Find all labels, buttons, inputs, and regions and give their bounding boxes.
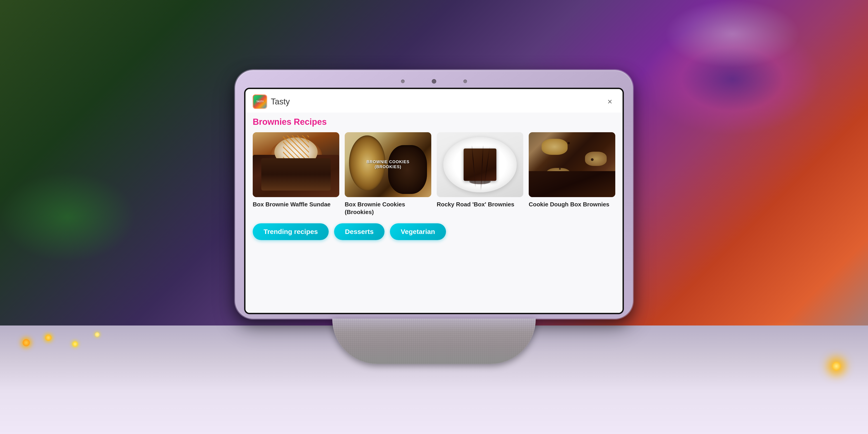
- recipe-image-brookies: BROWNIE COOKIES(BROOKIES): [345, 132, 431, 197]
- dough-chunk-1: [541, 139, 567, 155]
- trending-recipes-button[interactable]: Trending recipes: [253, 223, 329, 240]
- speaker-base: [332, 319, 536, 364]
- recipe-cards-row: Box Brownie Waffle Sundae BROWNIE COOKIE…: [253, 132, 615, 216]
- recipe-card-brookies[interactable]: BROWNIE COOKIES(BROOKIES) Box Brownie Co…: [345, 132, 431, 216]
- bg-light-top-right: [664, 0, 800, 68]
- screen-bezel: TASTY Tasty × Brownies Recipes: [244, 88, 624, 314]
- recipe-card-rocky-road[interactable]: Rocky Road 'Box' Brownies: [437, 132, 523, 216]
- brookies-overlay-text: BROWNIE COOKIES(BROOKIES): [366, 160, 409, 169]
- recipe-title-brownie-waffle: Box Brownie Waffle Sundae: [253, 201, 339, 209]
- bg-glow-left: [0, 172, 135, 262]
- recipe-image-brownie-waffle: [253, 132, 339, 197]
- fairy-light-1: [23, 339, 30, 346]
- logo-text: TASTY: [256, 100, 264, 103]
- rocky-brownie-block: [464, 149, 497, 181]
- caramel-drizzle: [283, 135, 309, 168]
- choc-chip-2: [559, 168, 561, 170]
- app-header: TASTY Tasty ×: [246, 89, 622, 113]
- choc-chip-3: [591, 158, 594, 161]
- app-content: Brownies Recipes Box Brownie Waffle Su: [246, 113, 622, 313]
- fairy-light-3: [72, 341, 78, 347]
- camera-row: [244, 79, 624, 84]
- recipe-title-brookies: Box Brownie Cookies (Brookies): [345, 201, 431, 216]
- category-buttons: Trending recipes Desserts Vegetarian: [253, 223, 615, 240]
- choc-chip-1: [567, 142, 570, 144]
- waffle-base: [253, 155, 339, 197]
- close-button[interactable]: ×: [604, 96, 615, 107]
- camera-dot-left: [401, 80, 405, 83]
- recipe-image-rocky-road: [437, 132, 523, 197]
- camera-dot-right: [463, 80, 467, 83]
- app-logo-inner: TASTY: [253, 95, 267, 108]
- app-logo-icon: TASTY: [253, 94, 267, 109]
- right-fairy-light: [832, 362, 841, 371]
- fairy-lights: [18, 326, 108, 352]
- section-title: Brownies Recipes: [253, 117, 615, 127]
- app-title: Tasty: [271, 97, 290, 106]
- app-logo-area: TASTY Tasty: [253, 94, 290, 109]
- vegetarian-button[interactable]: Vegetarian: [390, 223, 446, 240]
- speaker-mesh: [332, 319, 536, 364]
- dough-chunk-2: [585, 152, 607, 166]
- recipe-card-cookie-dough[interactable]: Cookie Dough Box Brownies: [529, 132, 615, 216]
- drizzle-3: [484, 147, 490, 186]
- recipe-card-brownie-waffle[interactable]: Box Brownie Waffle Sundae: [253, 132, 339, 216]
- recipe-title-cookie-dough: Cookie Dough Box Brownies: [529, 201, 615, 209]
- desserts-button[interactable]: Desserts: [334, 223, 384, 240]
- brownie-base: [529, 171, 615, 197]
- recipe-image-cookie-dough: [529, 132, 615, 197]
- device-shell: TASTY Tasty × Brownies Recipes: [235, 70, 633, 319]
- camera-dot-center: [432, 79, 436, 84]
- screen: TASTY Tasty × Brownies Recipes: [246, 89, 622, 313]
- smart-display-device: TASTY Tasty × Brownies Recipes: [235, 70, 633, 364]
- recipe-title-rocky-road: Rocky Road 'Box' Brownies: [437, 201, 523, 209]
- fairy-light-4: [95, 332, 99, 337]
- fairy-light-2: [45, 335, 52, 341]
